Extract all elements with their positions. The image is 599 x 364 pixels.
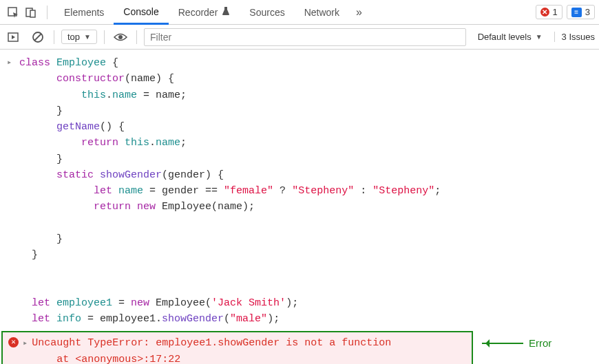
code-text [19, 263, 25, 279]
arrow-left-icon [482, 343, 523, 344]
console-toolbar: top ▼ Filter Default levels ▼ 3 Issues [0, 25, 599, 50]
code-text: return new Employee(name); [19, 199, 255, 215]
tab-sources[interactable]: Sources [240, 0, 294, 24]
code-line: let info = employee1.showGender("male"); [0, 311, 599, 327]
error-icon: ✕ [8, 337, 19, 347]
tab-elements[interactable]: Elements [54, 0, 114, 24]
annotation-text: Error [529, 337, 551, 349]
separator [136, 30, 137, 44]
separator [104, 30, 105, 44]
code-text: } [19, 247, 38, 263]
code-line: } [0, 103, 599, 119]
separator [54, 30, 54, 44]
gutter [7, 311, 19, 327]
error-badge[interactable]: ✕ 1 [536, 5, 563, 19]
tab-network[interactable]: Network [295, 0, 349, 24]
gutter: ▸ [7, 55, 19, 71]
code-text: } [19, 231, 63, 247]
code-line: return new Employee(name); [0, 199, 599, 215]
gutter [7, 231, 19, 247]
console-error-row[interactable]: ✕ ▸ Uncaught TypeError: employee1.showGe… [3, 332, 472, 364]
code-line: getName() { [0, 119, 599, 135]
gutter [7, 103, 19, 119]
code-text: } [19, 151, 63, 167]
code-text: let name = gender == "female" ? "Stephen… [19, 183, 441, 199]
code-text: let info = employee1.showGender("male"); [19, 311, 280, 327]
error-dot-icon: ✕ [540, 8, 549, 17]
code-text [19, 215, 25, 231]
code-text: getName() { [19, 119, 125, 135]
code-line: return this.name; [0, 135, 599, 151]
clear-console-icon[interactable] [29, 28, 47, 46]
code-line [0, 215, 599, 231]
code-text: } [19, 103, 63, 119]
gutter [7, 247, 19, 263]
code-line: let employee1 = new Employee('Jack Smith… [0, 295, 599, 311]
chevron-down-icon: ▼ [536, 33, 543, 41]
devtools-tabbar: ElementsConsoleRecorderSourcesNetwork » … [0, 0, 599, 25]
live-expression-icon[interactable] [112, 28, 129, 46]
gutter [7, 135, 19, 151]
gutter [7, 167, 19, 183]
annotation-error-label: Error [482, 337, 551, 349]
svg-point-6 [118, 35, 123, 39]
tab-recorder[interactable]: Recorder [169, 0, 240, 24]
gutter [7, 151, 19, 167]
message-count: 3 [585, 7, 590, 17]
gutter [7, 279, 19, 295]
gutter [7, 71, 19, 87]
more-tabs-button[interactable]: » [349, 6, 369, 19]
code-line: static showGender(gender) { [0, 167, 599, 183]
code-line [0, 263, 599, 279]
code-line: this.name = name; [0, 87, 599, 103]
svg-rect-2 [30, 10, 35, 17]
gutter [7, 183, 19, 199]
gutter [7, 295, 19, 311]
svg-line-5 [34, 34, 41, 41]
code-line: } [0, 151, 599, 167]
code-text: constructor(name) { [19, 71, 174, 87]
gutter [7, 199, 19, 215]
console-output: ▸class Employee { constructor(name) { th… [0, 50, 599, 364]
gutter [7, 119, 19, 135]
context-label: top [67, 32, 80, 42]
error-message-line2: at <anonymous>:17:22 [32, 352, 391, 365]
filter-input[interactable]: Filter [144, 28, 466, 46]
code-text: return this.name; [19, 135, 187, 151]
code-line: } [0, 247, 599, 263]
filter-placeholder: Filter [150, 32, 171, 43]
error-message-line1: Uncaught TypeError: employee1.showGender… [32, 335, 391, 351]
expand-caret-icon[interactable]: ▸ [23, 337, 28, 350]
gutter [7, 263, 19, 279]
flask-icon [222, 6, 230, 18]
code-line: } [0, 231, 599, 247]
tabs-container: ElementsConsoleRecorderSourcesNetwork [54, 0, 349, 24]
code-line: let name = gender == "female" ? "Stephen… [0, 183, 599, 199]
message-icon: ≡ [571, 8, 582, 17]
inspect-icon[interactable] [4, 3, 22, 21]
issues-button[interactable]: 3 Issues [554, 32, 595, 42]
separator [47, 6, 48, 19]
error-count: 1 [553, 7, 558, 17]
code-text: class Employee { [19, 55, 118, 71]
device-toggle-icon[interactable] [22, 3, 40, 21]
chevron-down-icon: ▼ [84, 33, 91, 41]
code-text: static showGender(gender) { [19, 167, 224, 183]
log-levels-selector[interactable]: Default levels ▼ [473, 30, 547, 44]
code-text: let employee1 = new Employee('Jack Smith… [19, 295, 298, 311]
message-badge[interactable]: ≡ 3 [567, 5, 595, 19]
context-selector[interactable]: top ▼ [61, 30, 97, 44]
code-line: ▸class Employee { [0, 55, 599, 71]
code-line [0, 279, 599, 295]
gutter [7, 215, 19, 231]
levels-label: Default levels [478, 32, 532, 42]
code-text: this.name = name; [19, 87, 187, 103]
error-highlight-box: ✕ ▸ Uncaught TypeError: employee1.showGe… [1, 331, 473, 364]
code-text [19, 279, 25, 295]
gutter [7, 87, 19, 103]
sidebar-toggle-icon[interactable] [4, 28, 22, 46]
tab-console[interactable]: Console [114, 0, 168, 25]
code-line: constructor(name) { [0, 71, 599, 87]
